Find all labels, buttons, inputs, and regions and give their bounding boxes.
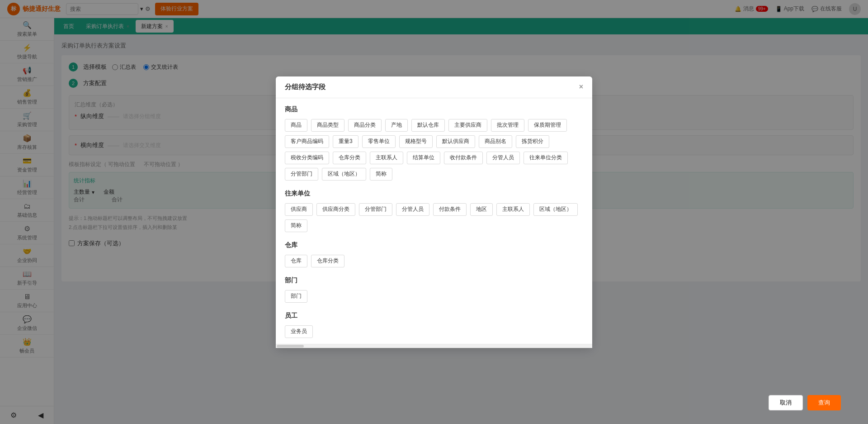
tag-customer-code[interactable]: 客户商品编码 (285, 135, 329, 148)
section-department-tags: 部门 (285, 290, 583, 303)
tag-region-partner[interactable]: 地区 (470, 203, 493, 216)
tag-default-warehouse[interactable]: 默认仓库 (411, 119, 445, 132)
section-warehouse-title: 仓库 (285, 241, 583, 249)
tag-product-category[interactable]: 商品分类 (348, 119, 382, 132)
tag-department[interactable]: 部门 (285, 290, 307, 303)
confirm-button[interactable]: 查询 (807, 395, 841, 410)
section-product-title: 商品 (285, 105, 583, 114)
tag-main-contact-partner[interactable]: 主联系人 (496, 203, 530, 216)
section-partner-tags: 供应商 供应商分类 分管部门 分管人员 付款条件 地区 主联系人 区域（地区） … (285, 203, 583, 232)
tag-payment-terms[interactable]: 收付款条件 (444, 152, 483, 164)
tag-short-name-partner[interactable]: 简称 (285, 219, 307, 232)
tag-default-supplier[interactable]: 默认供应商 (436, 135, 475, 148)
tag-dept-partner[interactable]: 分管部门 (359, 203, 392, 216)
tag-region-product[interactable]: 区域（地区） (322, 168, 366, 181)
tag-supervisor-partner[interactable]: 分管人员 (396, 203, 429, 216)
tag-pick-points[interactable]: 拣货积分 (516, 135, 549, 148)
tag-supervisor-dept[interactable]: 分管部门 (285, 168, 318, 181)
tag-warehouse[interactable]: 仓库 (285, 255, 307, 267)
tag-spec-model[interactable]: 规格型号 (399, 135, 433, 148)
tag-main-supplier[interactable]: 主要供应商 (448, 119, 487, 132)
tag-retail-unit[interactable]: 零售单位 (362, 135, 396, 148)
section-department: 部门 部门 (285, 276, 583, 303)
tag-payment-terms-partner[interactable]: 付款条件 (433, 203, 467, 216)
tag-shelf-life[interactable]: 保质期管理 (528, 119, 567, 132)
tag-supervisor[interactable]: 分管人员 (486, 152, 520, 164)
tag-product-type[interactable]: 商品类型 (311, 119, 344, 132)
section-product: 商品 商品 商品类型 商品分类 产地 默认仓库 主要供应商 批次管理 保质期管理… (285, 105, 583, 181)
section-warehouse-tags: 仓库 仓库分类 (285, 255, 583, 267)
section-product-tags: 商品 商品类型 商品分类 产地 默认仓库 主要供应商 批次管理 保质期管理 客户… (285, 119, 583, 181)
tag-supplier[interactable]: 供应商 (285, 203, 313, 216)
tag-main-contact[interactable]: 主联系人 (370, 152, 403, 164)
modal-overlay: 分组待选字段 × 商品 商品 商品类型 商品分类 产地 默认仓库 主要供应商 批… (0, 0, 868, 424)
section-warehouse: 仓库 仓库 仓库分类 (285, 241, 583, 267)
tag-origin[interactable]: 产地 (385, 119, 408, 132)
section-partner: 往来单位 供应商 供应商分类 分管部门 分管人员 付款条件 地区 主联系人 区域… (285, 190, 583, 232)
tag-product[interactable]: 商品 (285, 119, 307, 132)
modal-hscroll-thumb (277, 345, 304, 348)
tag-area-partner[interactable]: 区域（地区） (533, 203, 578, 216)
modal-footer: 取消 查询 (769, 395, 841, 410)
tag-short-name-product[interactable]: 简称 (370, 168, 392, 181)
tag-tax-code[interactable]: 税收分类编码 (285, 152, 329, 164)
tag-product-alias[interactable]: 商品别名 (479, 135, 512, 148)
section-department-title: 部门 (285, 276, 583, 285)
section-staff-title: 员工 (285, 312, 583, 320)
modal-close-button[interactable]: × (579, 83, 583, 91)
modal-header: 分组待选字段 × (276, 76, 592, 98)
tag-settlement-unit[interactable]: 结算单位 (407, 152, 440, 164)
tag-partner-category[interactable]: 往来单位分类 (524, 152, 568, 164)
tag-supplier-category[interactable]: 供应商分类 (316, 203, 355, 216)
modal-title: 分组待选字段 (285, 83, 326, 91)
tag-weight3[interactable]: 重量3 (333, 135, 359, 148)
modal-dialog: 分组待选字段 × 商品 商品 商品类型 商品分类 产地 默认仓库 主要供应商 批… (276, 76, 592, 348)
cancel-button[interactable]: 取消 (769, 395, 803, 410)
modal-hscrollbar[interactable] (276, 344, 592, 348)
section-staff-tags: 业务员 (285, 325, 583, 338)
section-partner-title: 往来单位 (285, 190, 583, 198)
tag-warehouse-cat[interactable]: 仓库分类 (311, 255, 344, 267)
modal-body[interactable]: 商品 商品 商品类型 商品分类 产地 默认仓库 主要供应商 批次管理 保质期管理… (276, 98, 592, 344)
tag-salesperson[interactable]: 业务员 (285, 325, 313, 338)
section-staff: 员工 业务员 (285, 312, 583, 338)
tag-warehouse-category[interactable]: 仓库分类 (333, 152, 366, 164)
tag-batch-mgmt[interactable]: 批次管理 (491, 119, 524, 132)
